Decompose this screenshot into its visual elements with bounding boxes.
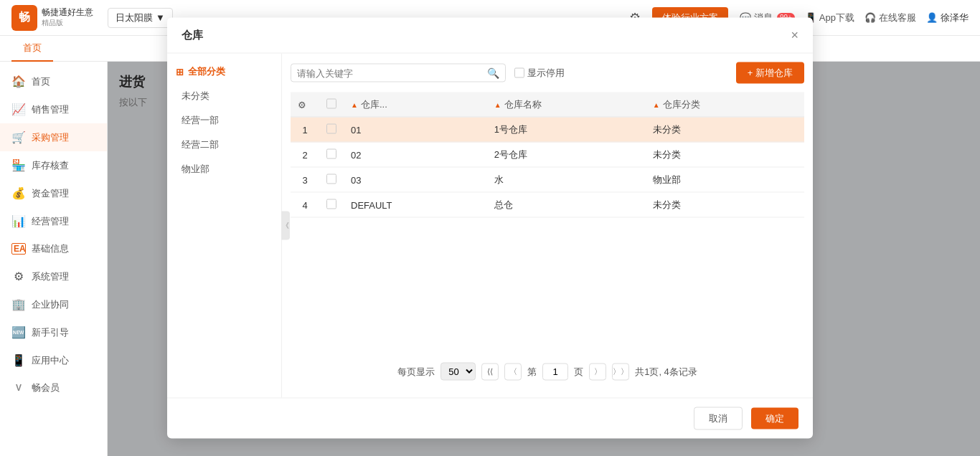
row-code: 01 [344,117,487,142]
avatar-icon: 👤 [926,12,938,23]
headset-icon: 🎧 [864,12,876,23]
total-info: 共1页, 4条记录 [635,365,697,378]
search-icon[interactable]: 🔍 [487,67,499,79]
row-number: 2 [291,142,319,167]
select-all-checkbox[interactable] [326,98,336,108]
sidebar-item-system[interactable]: ⚙ 系统管理 [0,262,107,290]
system-icon: ⚙ [11,270,26,283]
user-item[interactable]: 👤 徐泽华 [926,11,969,24]
th-settings: ⚙ [291,92,319,118]
row-checkbox[interactable] [326,123,336,133]
modal-footer: 取消 确定 [167,398,813,439]
sidebar-item-inventory[interactable]: 🏪 库存核查 [0,151,107,179]
brand-text-group: 畅捷通好生意 精品版 [42,7,93,29]
sidebar-item-newbie[interactable]: 🆕 新手引导 [0,318,107,346]
sidebar-item-label: 基础信息 [32,242,69,255]
first-page-button[interactable]: ⟨⟨ [481,363,499,380]
dropdown-arrow-icon: ▼ [156,12,165,23]
table-row[interactable]: 1 01 1号仓库 未分类 [291,117,804,142]
row-name: 2号仓库 [487,142,646,167]
sidebar-item-finance[interactable]: 💰 资金管理 [0,179,107,207]
sidebar-item-basics[interactable]: EA 基础信息 [0,235,107,262]
per-page-select[interactable]: 50 [440,363,476,381]
row-number: 3 [291,167,319,192]
row-checkbox-cell [319,117,344,142]
tab-home[interactable]: 首页 [11,36,53,62]
sidebar-item-label: 采购管理 [32,131,69,144]
sort-icon: ▲ [351,100,358,108]
row-checkbox[interactable] [326,199,336,209]
row-name: 水 [487,167,646,192]
table-row[interactable]: 3 03 水 物业部 [291,167,804,192]
show-disabled-checkbox[interactable] [514,68,524,78]
sort-icon: ▲ [494,100,501,108]
modal-close-button[interactable]: × [791,28,798,43]
all-categories-label: 全部分类 [188,65,225,78]
purchase-icon: 🛒 [11,130,26,144]
finance-icon: 💰 [11,186,26,200]
inventory-icon: 🏪 [11,158,26,172]
sidebar-item-label: 销售管理 [32,103,69,116]
sidebar-item-home[interactable]: 🏠 首页 [0,67,107,95]
cancel-button[interactable]: 取消 [694,407,743,430]
sidebar-item-label: 首页 [32,75,50,88]
sidebar-item-label: 库存核查 [32,159,69,172]
sidebar-item-label: 资金管理 [32,187,69,200]
sort-icon: ▲ [653,100,660,108]
row-checkbox-cell [319,142,344,167]
page-number-input[interactable] [542,363,568,380]
table-row[interactable]: 4 DEFAULT 总仓 未分类 [291,192,804,217]
sales-icon: 📈 [11,103,26,116]
vip-icon: V [11,383,26,393]
row-number: 1 [291,117,319,142]
operations-icon: 📊 [11,214,26,228]
table-row[interactable]: 2 02 2号仓库 未分类 [291,142,804,167]
sidebar-item-label: 系统管理 [32,270,69,283]
user-name: 徐泽华 [941,11,969,24]
th-category: ▲ 仓库分类 [646,92,804,118]
sidebar-item-apps[interactable]: 📱 应用中心 [0,346,107,374]
sidebar-item-purchase[interactable]: 🛒 采购管理 [0,123,107,151]
add-warehouse-button[interactable]: + 新增仓库 [736,62,804,84]
row-checkbox[interactable] [326,174,336,184]
row-name: 1号仓库 [487,117,646,142]
row-code: 03 [344,167,487,192]
store-name: 日太阳膜 [116,11,153,24]
customer-service-item[interactable]: 🎧 在线客服 [864,11,916,24]
home-icon: 🏠 [11,75,26,88]
grid-icon: ⊞ [176,66,184,77]
category-panel: ⊞ 全部分类 未分类 经营一部 经营二部 物业部 《 [167,54,282,398]
sidebar-item-operations[interactable]: 📊 经营管理 [0,207,107,235]
sidebar-item-label: 畅会员 [32,381,60,394]
sidebar-item-enterprise[interactable]: 🏢 企业协同 [0,290,107,318]
newbie-icon: 🆕 [11,326,26,339]
category-item-3[interactable]: 物业部 [167,157,281,181]
next-page-button[interactable]: 〉 [589,363,606,380]
sidebar-item-label: 应用中心 [32,354,69,367]
all-categories-item[interactable]: ⊞ 全部分类 [167,60,281,84]
brand-icon: 畅 [11,5,37,31]
table-toolbar: 🔍 显示停用 + 新增仓库 [291,62,804,84]
row-category: 未分类 [646,142,804,167]
category-item-1[interactable]: 经营一部 [167,108,281,133]
search-input[interactable] [297,67,487,78]
table-panel: 🔍 显示停用 + 新增仓库 ⚙ [282,54,813,398]
enterprise-icon: 🏢 [11,298,26,311]
brand-sub: 精品版 [42,18,93,28]
th-code: ▲ 仓库... [344,92,487,118]
confirm-button[interactable]: 确定 [751,408,798,429]
store-selector[interactable]: 日太阳膜 ▼ [108,8,173,28]
page-label-text: 页 [574,365,583,378]
prev-page-button[interactable]: 〈 [504,363,522,380]
row-checkbox[interactable] [326,148,336,158]
sidebar-item-sales[interactable]: 📈 销售管理 [0,95,107,123]
category-item-2[interactable]: 经营二部 [167,133,281,157]
table-header: ⚙ ▲ 仓库... ▲ [291,92,804,118]
show-disabled-label[interactable]: 显示停用 [514,67,565,80]
collapse-category-button[interactable]: 《 [281,212,290,240]
row-code: 02 [344,142,487,167]
sidebar: 🏠 首页 📈 销售管理 🛒 采购管理 🏪 库存核查 💰 资金管理 📊 经营管理 … [0,62,108,456]
last-page-button[interactable]: 〉〉 [612,363,629,380]
category-item-0[interactable]: 未分类 [167,84,281,108]
sidebar-item-vip[interactable]: V 畅会员 [0,374,107,402]
